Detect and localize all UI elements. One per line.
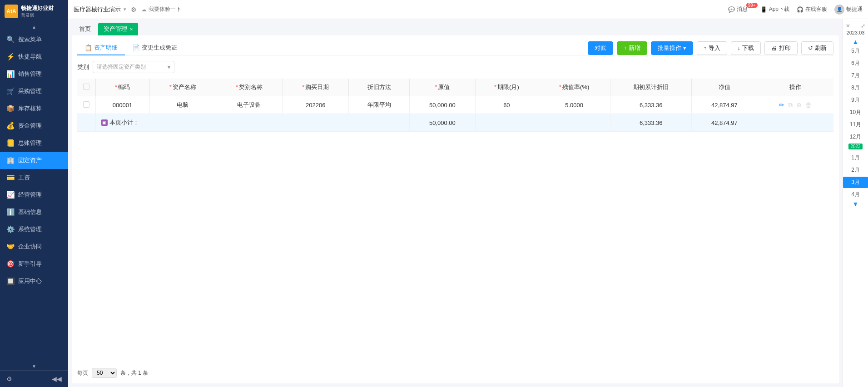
fixed-assets-icon: 🏢 — [6, 156, 15, 164]
table-header-row: *编码 *资产名称 *类别名称 *购买日期 折旧方法 *原值 *期限(月) *残… — [77, 79, 833, 96]
edit-btn[interactable]: ✏ — [779, 101, 784, 109]
refresh-btn[interactable]: ↺ 刷新 — [801, 41, 833, 55]
sidebar-item-label: 工资 — [18, 174, 30, 182]
settings-gear-icon[interactable]: ⚙ — [131, 6, 137, 13]
sidebar-item-label: 搜索菜单 — [18, 35, 42, 44]
subtotal-icon: ▣ — [101, 119, 108, 126]
sidebar-item-payroll[interactable]: 💳 工资 — [0, 169, 68, 186]
sidebar-item-basic-info[interactable]: ℹ️ 基础信息 — [0, 203, 68, 221]
sidebar-item-ledger[interactable]: 📒 总账管理 — [0, 134, 68, 152]
sidebar-item-purchase[interactable]: 🛒 采购管理 — [0, 83, 68, 100]
panel-close-icon[interactable]: ✕ — [846, 23, 850, 29]
subtotal-residual-rate — [538, 114, 610, 132]
tab-asset-management[interactable]: 资产管理 × — [98, 23, 138, 35]
panel-scroll-up[interactable]: ▲ — [853, 38, 859, 45]
sidebar-item-apps[interactable]: 🔲 应用中心 — [0, 273, 68, 290]
ledger-icon: 📒 — [6, 139, 15, 147]
sidebar-item-quick-nav[interactable]: ⚡ 快捷导航 — [0, 48, 68, 65]
category-filter[interactable]: 请选择固定资产类别 ▾ — [93, 61, 174, 73]
tab-close-icon[interactable]: × — [130, 26, 133, 32]
company-selector[interactable]: 医疗器械行业演示 ▾ — [74, 5, 126, 14]
online-service-btn[interactable]: 🎧 在线客服 — [797, 5, 827, 13]
month-5[interactable]: 5月 — [843, 45, 868, 57]
top-bar-right: 💬 消息 99+ 📱 App下载 🎧 在线客服 👤 畅捷通 — [728, 5, 863, 15]
messages-badge: 99+ — [746, 3, 758, 8]
settings-icon[interactable]: ⚙ — [6, 375, 12, 382]
sidebar-item-label: 企业协同 — [18, 243, 42, 251]
asset-table: *编码 *资产名称 *类别名称 *购买日期 折旧方法 *原值 *期限(月) *残… — [77, 79, 833, 364]
month-1[interactable]: 1月 — [843, 152, 868, 164]
sidebar-item-system[interactable]: ⚙️ 系统管理 — [0, 221, 68, 238]
panel-expand-icon[interactable]: ⤢ — [861, 23, 865, 29]
new-btn[interactable]: + 新增 — [617, 41, 647, 55]
cell-net-value: 42,874.97 — [692, 96, 757, 114]
col-cumulative-depreciation: 期初累计折旧 — [610, 79, 692, 96]
funds-icon: 💰 — [6, 122, 15, 130]
month-2[interactable]: 2月 — [843, 164, 868, 176]
tab-home[interactable]: 首页 — [74, 23, 96, 35]
batch-ops-btn[interactable]: 批量操作 ▾ — [651, 41, 693, 55]
basic-info-icon: ℹ️ — [6, 208, 15, 216]
sidebar-item-search[interactable]: 🔍 搜索菜单 — [0, 31, 68, 48]
system-icon: ⚙️ — [6, 225, 15, 233]
col-period: *期限(月) — [475, 79, 538, 96]
sidebar-item-fixed-assets[interactable]: 🏢 固定资产 — [0, 152, 68, 169]
month-12[interactable]: 12月 — [843, 131, 868, 143]
page-size-select[interactable]: 50 100 — [92, 368, 117, 378]
sidebar-item-sales[interactable]: 📊 销售管理 — [0, 65, 68, 83]
col-name: *资产名称 — [149, 79, 216, 96]
month-10[interactable]: 10月 — [843, 107, 868, 118]
month-9[interactable]: 9月 — [843, 94, 868, 106]
app-logo: AtA 畅捷通好业财 普及版 — [0, 0, 68, 23]
sidebar-item-funds[interactable]: 💰 资金管理 — [0, 117, 68, 134]
sidebar-scroll-up[interactable]: ▲ — [0, 23, 68, 31]
cell-original-value: 50,000.00 — [410, 96, 475, 114]
month-6[interactable]: 6月 — [843, 58, 868, 69]
change-voucher-icon: 📄 — [132, 44, 140, 51]
sidebar-item-operations[interactable]: 📈 经营管理 — [0, 186, 68, 203]
collapse-icon[interactable]: ◀◀ — [52, 375, 62, 382]
month-8[interactable]: 8月 — [843, 82, 868, 94]
company-name: 医疗器械行业演示 — [74, 5, 121, 14]
tab-change-voucher[interactable]: 📄 变更生成凭证 — [125, 41, 184, 55]
month-11[interactable]: 11月 — [843, 119, 868, 130]
print-btn[interactable]: 🖨 打印 — [764, 41, 798, 55]
delete-btn[interactable]: 🗑 — [805, 101, 812, 109]
month-3-current[interactable]: 3月 — [843, 177, 868, 188]
import-btn[interactable]: ↑ 导入 — [697, 41, 727, 55]
year-badge: 2023 — [848, 144, 862, 149]
experience-btn[interactable]: ☁ 我要体验一下 — [141, 5, 181, 13]
page-info: 条，共 1 条 — [120, 369, 148, 377]
messages-btn[interactable]: 💬 消息 99+ — [728, 5, 753, 13]
sidebar-scroll-down[interactable]: ▼ — [0, 362, 68, 370]
cell-period: 60 — [475, 96, 538, 114]
cell-purchase-date: 202206 — [283, 96, 349, 114]
download-btn[interactable]: ↓ 下载 — [731, 41, 761, 55]
app-download-btn[interactable]: 📱 App下载 — [760, 5, 789, 13]
messages-label: 消息 — [737, 5, 748, 13]
print-icon: 🖨 — [771, 45, 777, 51]
reconcile-btn[interactable]: 对账 — [588, 41, 613, 55]
tab-asset-detail[interactable]: 📋 资产明细 — [77, 41, 125, 55]
payroll-icon: 💳 — [6, 174, 15, 182]
col-depreciation: 折旧方法 — [349, 79, 410, 96]
export-btn[interactable]: ⊕ — [796, 101, 802, 109]
sidebar-item-cooperation[interactable]: 🤝 企业协同 — [0, 238, 68, 255]
user-btn[interactable]: 👤 畅捷通 — [834, 5, 863, 15]
panel-scroll-down[interactable]: ▼ — [853, 200, 859, 208]
col-purchase-date: *购买日期 — [283, 79, 349, 96]
copy-btn[interactable]: ⧉ — [788, 101, 793, 109]
month-7[interactable]: 7月 — [843, 70, 868, 81]
sidebar-item-guide[interactable]: 🎯 新手引导 — [0, 255, 68, 273]
online-service-label: 在线客服 — [805, 5, 827, 13]
month-4[interactable]: 4月 — [843, 189, 868, 200]
sidebar-item-label: 经营管理 — [18, 191, 42, 199]
cell-action: ✏ ⧉ ⊕ 🗑 — [757, 96, 833, 114]
sidebar-item-inventory[interactable]: 📦 库存核算 — [0, 100, 68, 117]
service-icon: 🎧 — [797, 6, 804, 13]
row-checkbox[interactable] — [83, 101, 89, 108]
cloud-icon: ☁ — [141, 6, 147, 13]
filter-placeholder: 请选择固定资产类别 — [97, 63, 146, 71]
select-all-checkbox[interactable] — [83, 84, 89, 90]
sidebar-item-label: 快捷导航 — [18, 53, 42, 61]
